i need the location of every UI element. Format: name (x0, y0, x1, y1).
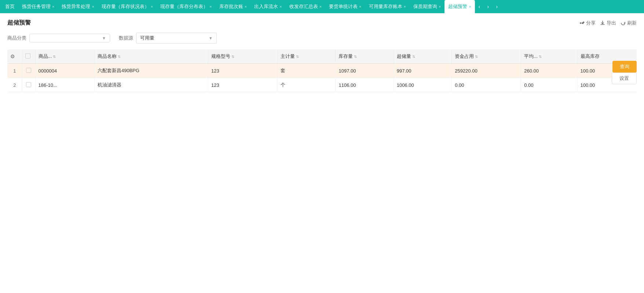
refresh-icon (621, 21, 626, 26)
th-gear: ⚙ (7, 49, 22, 64)
nav-label-8: 要货单统计表 (329, 3, 358, 10)
row-checkbox-0[interactable] (26, 68, 31, 73)
main-table: ⚙ 商品... ⇅ 商品名称 ⇅ (7, 49, 637, 92)
row-over-1: 1006.00 (394, 78, 451, 92)
header-actions: 分享 导出 刷新 (579, 20, 637, 26)
chevron-down-icon: ▼ (102, 36, 106, 40)
query-button[interactable]: 查询 (612, 61, 637, 73)
th-product-code-label: 商品... (39, 53, 52, 60)
row-stock-0: 1097.00 (336, 64, 394, 78)
nav-item-home[interactable]: 首页 (1, 0, 18, 13)
nav-item-9[interactable]: 可用量库存账本 × (365, 0, 410, 13)
nav-more-arrow[interactable]: › (493, 0, 501, 13)
row-seq-1: 2 (7, 78, 22, 92)
nav-bar: 首页 拣货任务管理 × 拣货异常处理 × 现存量（库存状况表） × 现存量（库存… (0, 0, 644, 13)
row-over-0: 997.00 (394, 64, 451, 78)
th-capital[interactable]: 资金占用 ⇅ (452, 49, 521, 64)
nav-item-7[interactable]: 收发存汇总表 × (286, 0, 325, 13)
datasource-select-value: 可用量 (140, 35, 154, 41)
sort-icon-code: ⇅ (53, 55, 56, 59)
row-name-1: 机油滤清器 (95, 78, 208, 92)
datasource-filter-group: 数据源 可用量 ▼ (119, 33, 217, 44)
category-label: 商品分类 (7, 35, 26, 41)
row-stock-1: 1106.00 (336, 78, 394, 92)
nav-label-10: 保质期查询 (413, 3, 437, 10)
datasource-select[interactable]: 可用量 ▼ (136, 33, 217, 44)
row-spec-0: 123 (208, 64, 278, 78)
row-code-0: 0000004 (35, 64, 95, 78)
row-seq-0: 1 (7, 64, 22, 78)
nav-label-home: 首页 (5, 3, 15, 10)
page-content: 超储预警 分享 导出 刷新 (0, 13, 644, 98)
gear-icon[interactable]: ⚙ (10, 53, 15, 59)
th-avg-label: 平均... (524, 53, 538, 60)
row-avg-1: 0.00 (521, 78, 577, 92)
nav-item-active[interactable]: 超储预警 × (444, 0, 475, 13)
th-avg[interactable]: 平均... ⇅ (521, 49, 577, 64)
close-icon-9[interactable]: × (404, 4, 406, 9)
th-product-code[interactable]: 商品... ⇅ (35, 49, 95, 64)
refresh-action[interactable]: 刷新 (621, 20, 637, 26)
close-icon-5[interactable]: × (245, 4, 247, 9)
page-title: 超储预警 (7, 19, 31, 27)
row-check-1 (22, 78, 35, 92)
close-icon-4[interactable]: × (209, 4, 212, 9)
category-select[interactable]: ▼ (29, 34, 110, 42)
row-unit-0: 套 (278, 64, 336, 78)
nav-next-arrow[interactable]: › (484, 0, 493, 13)
sort-icon-over: ⇅ (412, 55, 415, 59)
row-avg-0: 260.00 (521, 64, 577, 78)
nav-item-10[interactable]: 保质期查询 × (410, 0, 444, 13)
share-label: 分享 (586, 20, 596, 26)
table-row: 2 186-10... 机油滤清器 123 个 1106.00 1006.00 … (7, 78, 637, 92)
th-capital-label: 资金占用 (455, 53, 474, 60)
th-product-name[interactable]: 商品名称 ⇅ (95, 49, 208, 64)
nav-item-3[interactable]: 现存量（库存状况表） × (98, 0, 157, 13)
nav-label-9: 可用量库存账本 (369, 3, 402, 10)
nav-item-1[interactable]: 拣货任务管理 × (18, 0, 58, 13)
nav-label-1: 拣货任务管理 (22, 3, 51, 10)
close-icon-7[interactable]: × (319, 4, 322, 9)
row-check-0 (22, 64, 35, 78)
close-icon-1[interactable]: × (52, 4, 54, 9)
th-unit[interactable]: 主计量 ⇅ (278, 49, 336, 64)
th-max-stock-label: 最高库存 (581, 53, 600, 60)
nav-item-6[interactable]: 出入库流水 × (250, 0, 285, 13)
th-over-label: 超储量 (397, 53, 411, 60)
close-icon-3[interactable]: × (151, 4, 153, 9)
sort-icon-avg: ⇅ (539, 55, 542, 59)
close-icon-active[interactable]: × (469, 4, 471, 9)
close-icon-10[interactable]: × (439, 4, 441, 9)
close-icon-8[interactable]: × (359, 4, 361, 9)
nav-prev-arrow[interactable]: ‹ (475, 0, 484, 13)
th-spec-label: 规格型号 (211, 53, 230, 60)
nav-label-2: 拣货异常处理 (62, 3, 90, 10)
datasource-label: 数据源 (119, 35, 133, 41)
th-product-name-label: 商品名称 (98, 53, 117, 60)
nav-item-5[interactable]: 库存批次账 × (216, 0, 250, 13)
share-action[interactable]: 分享 (579, 20, 596, 26)
row-unit-1: 个 (278, 78, 336, 92)
export-label: 导出 (607, 20, 616, 26)
th-check (22, 49, 35, 64)
page-header: 超储预警 分享 导出 刷新 (7, 19, 637, 27)
nav-item-2[interactable]: 拣货异常处理 × (58, 0, 98, 13)
set-button[interactable]: 设置 (612, 73, 637, 84)
close-icon-2[interactable]: × (92, 4, 94, 9)
share-icon (579, 21, 585, 26)
row-checkbox-1[interactable] (26, 82, 31, 87)
table-container: ⚙ 商品... ⇅ 商品名称 ⇅ (7, 49, 637, 92)
sort-icon-stock: ⇅ (354, 55, 357, 59)
th-stock[interactable]: 库存量 ⇅ (336, 49, 394, 64)
nav-item-8[interactable]: 要货单统计表 × (325, 0, 365, 13)
th-spec[interactable]: 规格型号 ⇅ (208, 49, 278, 64)
nav-label-3: 现存量（库存状况表） (102, 3, 149, 10)
close-icon-6[interactable]: × (279, 4, 282, 9)
header-checkbox[interactable] (25, 53, 30, 59)
export-action[interactable]: 导出 (600, 20, 616, 26)
nav-item-4[interactable]: 现存量（库存分布表） × (157, 0, 215, 13)
row-spec-1: 123 (208, 78, 278, 92)
th-over[interactable]: 超储量 ⇅ (394, 49, 451, 64)
sort-icon-capital: ⇅ (475, 55, 478, 59)
export-icon (600, 21, 605, 26)
